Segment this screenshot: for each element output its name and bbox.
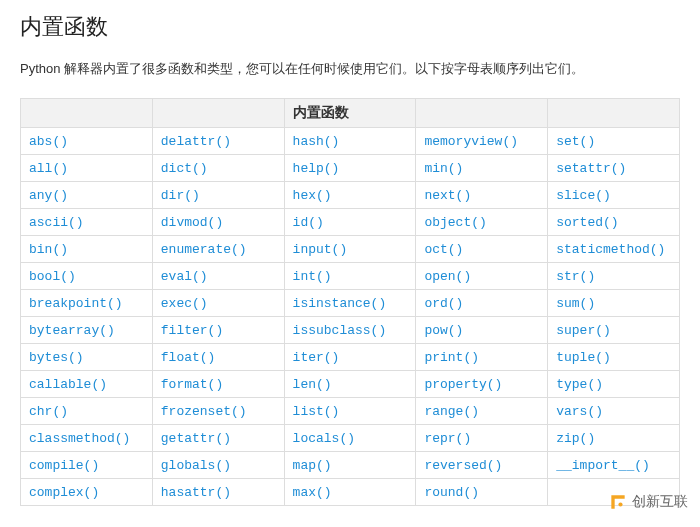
function-link[interactable]: reversed() <box>424 458 502 473</box>
function-link[interactable]: exec() <box>161 296 208 311</box>
function-cell: enumerate() <box>152 236 284 263</box>
function-link[interactable]: bool() <box>29 269 76 284</box>
function-link[interactable]: next() <box>424 188 471 203</box>
function-link[interactable]: max() <box>293 485 332 500</box>
function-link[interactable]: set() <box>556 134 595 149</box>
function-link[interactable]: enumerate() <box>161 242 247 257</box>
function-cell: divmod() <box>152 209 284 236</box>
function-link[interactable]: min() <box>424 161 463 176</box>
function-cell: issubclass() <box>284 317 416 344</box>
function-link[interactable]: setattr() <box>556 161 626 176</box>
function-link[interactable]: classmethod() <box>29 431 130 446</box>
function-link[interactable]: memoryview() <box>424 134 518 149</box>
function-cell: hasattr() <box>152 479 284 506</box>
function-link[interactable]: bin() <box>29 242 68 257</box>
function-link[interactable]: len() <box>293 377 332 392</box>
function-link[interactable]: dict() <box>161 161 208 176</box>
function-link[interactable]: filter() <box>161 323 223 338</box>
function-cell: callable() <box>21 371 153 398</box>
function-link[interactable]: chr() <box>29 404 68 419</box>
function-cell: bytearray() <box>21 317 153 344</box>
header-cell-empty-3 <box>416 99 548 128</box>
function-cell: ascii() <box>21 209 153 236</box>
function-link[interactable]: hasattr() <box>161 485 231 500</box>
function-cell: hash() <box>284 128 416 155</box>
function-link[interactable]: ascii() <box>29 215 84 230</box>
function-link[interactable]: float() <box>161 350 216 365</box>
builtin-functions-table: 内置函数 abs()delattr()hash()memoryview()set… <box>20 98 680 506</box>
function-link[interactable]: all() <box>29 161 68 176</box>
function-cell: format() <box>152 371 284 398</box>
function-cell: list() <box>284 398 416 425</box>
function-link[interactable]: repr() <box>424 431 471 446</box>
function-link[interactable]: isinstance() <box>293 296 387 311</box>
function-cell: input() <box>284 236 416 263</box>
function-link[interactable]: hex() <box>293 188 332 203</box>
function-link[interactable]: compile() <box>29 458 99 473</box>
function-cell: open() <box>416 263 548 290</box>
function-link[interactable]: map() <box>293 458 332 473</box>
function-cell: set() <box>548 128 680 155</box>
function-link[interactable]: breakpoint() <box>29 296 123 311</box>
function-cell: round() <box>416 479 548 506</box>
function-link[interactable]: pow() <box>424 323 463 338</box>
function-cell: int() <box>284 263 416 290</box>
function-link[interactable]: complex() <box>29 485 99 500</box>
function-link[interactable]: int() <box>293 269 332 284</box>
function-link[interactable]: iter() <box>293 350 340 365</box>
function-link[interactable]: zip() <box>556 431 595 446</box>
function-cell: reversed() <box>416 452 548 479</box>
function-link[interactable]: range() <box>424 404 479 419</box>
function-link[interactable]: ord() <box>424 296 463 311</box>
function-link[interactable]: str() <box>556 269 595 284</box>
function-link[interactable]: slice() <box>556 188 611 203</box>
function-link[interactable]: vars() <box>556 404 603 419</box>
function-link[interactable]: staticmethod() <box>556 242 665 257</box>
function-cell: range() <box>416 398 548 425</box>
function-link[interactable]: open() <box>424 269 471 284</box>
function-link[interactable]: issubclass() <box>293 323 387 338</box>
function-link[interactable]: hash() <box>293 134 340 149</box>
function-link[interactable]: print() <box>424 350 479 365</box>
function-cell: dict() <box>152 155 284 182</box>
table-row: bytes()float()iter()print()tuple() <box>21 344 680 371</box>
function-link[interactable]: round() <box>424 485 479 500</box>
function-link[interactable]: getattr() <box>161 431 231 446</box>
function-link[interactable]: dir() <box>161 188 200 203</box>
function-link[interactable]: id() <box>293 215 324 230</box>
function-link[interactable]: list() <box>293 404 340 419</box>
function-link[interactable]: type() <box>556 377 603 392</box>
svg-point-0 <box>618 502 622 506</box>
function-link[interactable]: delattr() <box>161 134 231 149</box>
function-cell: property() <box>416 371 548 398</box>
function-cell: __import__() <box>548 452 680 479</box>
function-link[interactable]: object() <box>424 215 486 230</box>
function-link[interactable]: property() <box>424 377 502 392</box>
function-cell: abs() <box>21 128 153 155</box>
function-link[interactable]: help() <box>293 161 340 176</box>
function-cell: bytes() <box>21 344 153 371</box>
function-link[interactable]: globals() <box>161 458 231 473</box>
function-link[interactable]: frozenset() <box>161 404 247 419</box>
function-link[interactable]: abs() <box>29 134 68 149</box>
function-link[interactable]: bytes() <box>29 350 84 365</box>
function-link[interactable]: super() <box>556 323 611 338</box>
function-cell: all() <box>21 155 153 182</box>
function-link[interactable]: locals() <box>293 431 355 446</box>
function-link[interactable]: bytearray() <box>29 323 115 338</box>
function-cell: sorted() <box>548 209 680 236</box>
function-link[interactable]: sum() <box>556 296 595 311</box>
function-link[interactable]: oct() <box>424 242 463 257</box>
function-link[interactable]: any() <box>29 188 68 203</box>
function-link[interactable]: format() <box>161 377 223 392</box>
function-link[interactable]: sorted() <box>556 215 618 230</box>
function-link[interactable]: eval() <box>161 269 208 284</box>
function-link[interactable]: __import__() <box>556 458 650 473</box>
function-cell: locals() <box>284 425 416 452</box>
function-link[interactable]: callable() <box>29 377 107 392</box>
header-cell-center: 内置函数 <box>284 99 416 128</box>
watermark: 创新互联 <box>608 492 688 512</box>
function-link[interactable]: divmod() <box>161 215 223 230</box>
function-link[interactable]: input() <box>293 242 348 257</box>
function-link[interactable]: tuple() <box>556 350 611 365</box>
